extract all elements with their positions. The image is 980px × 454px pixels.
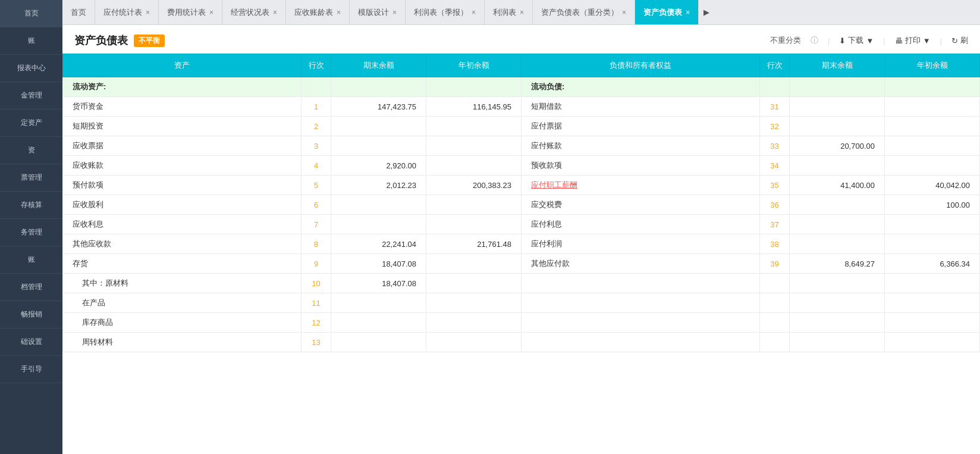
sidebar-item-archive[interactable]: 档管理 — [0, 274, 62, 301]
header-row: 行次 — [301, 54, 331, 77]
table-row: 货币资金 1 147,423.75 116,145.95 短期借款 31 — [63, 97, 980, 117]
sidebar-item-finance[interactable]: 金管理 — [0, 82, 62, 109]
tab-home[interactable]: 首页 — [62, 0, 95, 25]
unbalanced-badge: 不平衡 — [134, 35, 165, 47]
table-row: 其中：原材料 10 18,407.08 — [63, 274, 980, 293]
tab-profit-quarterly[interactable]: 利润表（季报） × — [406, 0, 485, 25]
current-assets-label: 流动资产: — [63, 77, 301, 97]
sidebar-item-ticket[interactable]: 票管理 — [0, 164, 62, 192]
header-year-start: 年初余额 — [426, 54, 522, 77]
sidebar-item-tax[interactable]: 务管理 — [0, 219, 62, 246]
not-reclassify-label: 不重分类 — [770, 35, 801, 46]
refresh-button[interactable]: ↻ 刷 — [951, 35, 968, 46]
separator1: | — [828, 36, 830, 45]
tab-balance-sheet[interactable]: 资产负债表 × — [635, 0, 699, 25]
sidebar-item-settings[interactable]: 础设置 — [0, 328, 62, 356]
report-content: 资产负债表 不平衡 不重分类 ⓘ | ⬇ 下载 ▼ | 🖶 打印 ▼ | — [62, 25, 980, 454]
refresh-icon: ↻ — [951, 36, 958, 45]
tab-close-profit[interactable]: × — [520, 8, 524, 17]
table-row: 应收账款 4 2,920.00 预收款项 34 — [63, 156, 980, 176]
sidebar-item-home[interactable]: 首页 — [0, 0, 62, 27]
report-header: 资产负债表 不平衡 不重分类 ⓘ | ⬇ 下载 ▼ | 🖶 打印 ▼ | — [62, 25, 980, 54]
header-end-balance: 期末余额 — [331, 54, 426, 77]
tab-receivable-aging[interactable]: 应收账龄表 × — [286, 0, 350, 25]
table-row: 预付款项 5 2,012.23 200,383.23 应付职工薪酬 35 41,… — [63, 176, 980, 195]
tab-balance-reclassified[interactable]: 资产负债表（重分类） × — [533, 0, 635, 25]
download-chevron-icon: ▼ — [866, 36, 874, 45]
table-row: 其他应收款 8 22,241.04 21,761.48 应付利润 38 — [63, 234, 980, 254]
liability-link-payroll[interactable]: 应付职工薪酬 — [531, 180, 577, 189]
table-row: 应收利息 7 应付利息 37 — [63, 215, 980, 234]
sidebar-item-report-center[interactable]: 报表中心 — [0, 55, 62, 82]
print-button[interactable]: 🖶 打印 ▼ — [895, 35, 931, 46]
tab-close-balance-reclassified[interactable]: × — [622, 8, 626, 17]
tab-payable-summary[interactable]: 应付统计表 × — [95, 0, 159, 25]
separator3: | — [940, 36, 942, 45]
tab-close-payable-summary[interactable]: × — [146, 8, 150, 17]
print-chevron-icon: ▼ — [923, 36, 931, 45]
header-end-balance2: 期末余额 — [790, 54, 885, 77]
sidebar-item-inventory[interactable]: 存核算 — [0, 192, 62, 219]
main-area: 首页 应付统计表 × 费用统计表 × 经营状况表 × 应收账龄表 × 模版设计 … — [62, 0, 980, 454]
table-row: 在产品 11 — [63, 293, 980, 313]
header-year-start2: 年初余额 — [885, 54, 980, 77]
tab-close-business-status[interactable]: × — [273, 8, 277, 17]
tab-template-design[interactable]: 模版设计 × — [350, 0, 406, 25]
sidebar-item-guide[interactable]: 手引导 — [0, 356, 62, 383]
print-icon: 🖶 — [895, 36, 903, 45]
help-icon[interactable]: ⓘ — [811, 35, 818, 46]
sidebar-item-account[interactable]: 账 — [0, 27, 62, 55]
table-row: 应收股利 6 应交税费 36 100.00 — [63, 195, 980, 215]
header-row2: 行次 — [760, 54, 790, 77]
tab-business-status[interactable]: 经营状况表 × — [222, 0, 286, 25]
sidebar-item-fixed-assets[interactable]: 定资产 — [0, 109, 62, 137]
report-title: 资产负债表 — [74, 33, 128, 48]
tab-close-template-design[interactable]: × — [392, 8, 397, 17]
report-title-row: 资产负债表 不平衡 — [74, 33, 165, 48]
report-actions: 不重分类 ⓘ | ⬇ 下载 ▼ | 🖶 打印 ▼ | ↻ 刷 — [770, 35, 968, 46]
table-row: 应收票据 3 应付账款 33 20,700.00 — [63, 136, 980, 156]
download-button[interactable]: ⬇ 下载 ▼ — [839, 35, 874, 46]
header-liability: 负债和所有者权益 — [522, 54, 760, 77]
tab-close-balance-sheet[interactable]: × — [686, 8, 690, 17]
sidebar-item-expense[interactable]: 畅报销 — [0, 301, 62, 328]
sidebar: 首页 账 报表中心 金管理 定资产 资 票管理 存核算 务管理 账 档管理 畅报… — [0, 0, 62, 454]
table-row: 库存商品 12 — [63, 313, 980, 333]
sidebar-item-capital[interactable]: 资 — [0, 137, 62, 164]
table-header-row: 资产 行次 期末余额 年初余额 负债和所有者权益 行次 期末余额 年初余额 — [63, 54, 980, 77]
table-row: 短期投资 2 应付票据 32 — [63, 117, 980, 136]
table-row: 周转材料 13 — [63, 333, 980, 352]
tab-close-profit-quarterly[interactable]: × — [472, 8, 476, 17]
tab-bar: 首页 应付统计表 × 费用统计表 × 经营状况表 × 应收账龄表 × 模版设计 … — [62, 0, 980, 25]
balance-sheet-table: 资产 行次 期末余额 年初余额 负债和所有者权益 行次 期末余额 年初余额 流动… — [62, 54, 980, 352]
table-row: 存货 9 18,407.08 其他应付款 39 8,649.27 6,366.3… — [63, 254, 980, 274]
separator2: | — [883, 36, 885, 45]
section-current-assets: 流动资产: 流动负债: — [63, 77, 980, 97]
download-icon: ⬇ — [839, 36, 846, 45]
tab-arrow-right[interactable]: ▶ — [699, 0, 714, 25]
tab-profit[interactable]: 利润表 × — [485, 0, 533, 25]
sidebar-item-ledger[interactable]: 账 — [0, 246, 62, 274]
tab-close-expense-summary[interactable]: × — [209, 8, 213, 17]
tab-expense-summary[interactable]: 费用统计表 × — [159, 0, 222, 25]
tab-close-receivable-aging[interactable]: × — [337, 8, 341, 17]
header-asset: 资产 — [63, 54, 301, 77]
current-liabilities-label: 流动负债: — [522, 77, 760, 97]
